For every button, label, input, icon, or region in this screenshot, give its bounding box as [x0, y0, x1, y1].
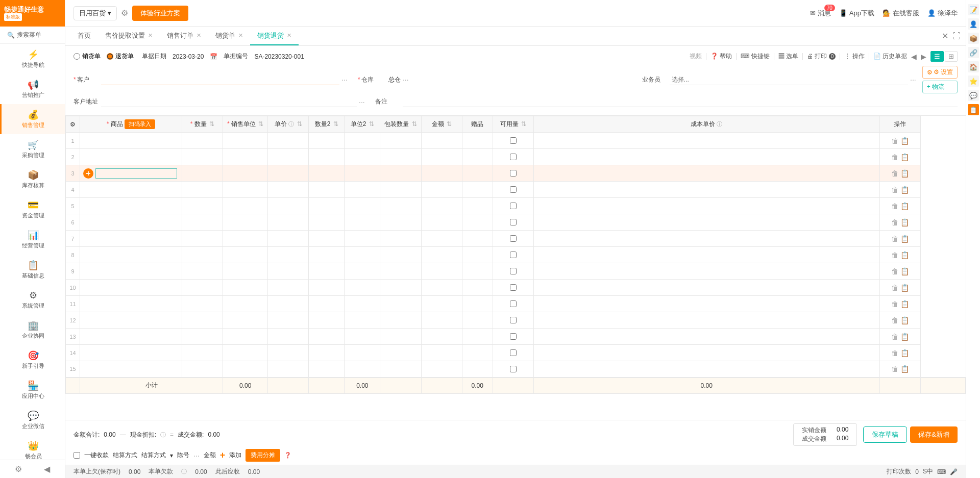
save-draft-btn[interactable]: 保存草稿 [863, 426, 907, 443]
rs-icon-4[interactable]: 🔗 [968, 47, 979, 58]
message-btn[interactable]: ✉ 消息 70 [810, 9, 831, 18]
delete-row-btn[interactable]: 🗑 [890, 364, 899, 374]
cost-price-info-icon[interactable]: ⓘ [717, 121, 722, 127]
gift-checkbox[interactable] [510, 251, 517, 258]
gift-checkbox[interactable] [510, 284, 517, 291]
calendar-icon[interactable]: 📅 [210, 53, 217, 60]
delete-row-btn[interactable]: 🗑 [890, 348, 899, 358]
copy-row-btn[interactable]: 📋 [899, 315, 910, 325]
app-download-btn[interactable]: 📱 App下载 [839, 9, 874, 18]
copy-row-btn[interactable]: 📋 [899, 332, 910, 342]
row-cell-10[interactable]: 🗑📋 [879, 133, 920, 149]
row-product[interactable] [80, 296, 182, 312]
address-input[interactable] [101, 96, 357, 107]
gift-checkbox[interactable] [510, 333, 517, 340]
settings-btn[interactable]: ⚙ ⚙ 设置 [922, 66, 958, 79]
sidebar-item-purchase[interactable]: 🛒 采购管理 [0, 134, 65, 164]
fee-split-btn[interactable]: 费用分摊 [246, 449, 280, 462]
rs-icon-1[interactable]: 📝 [968, 4, 979, 15]
rs-icon-7[interactable]: 💬 [968, 90, 979, 101]
row-product[interactable] [80, 198, 182, 214]
row-cell-10[interactable]: 🗑📋 [879, 361, 920, 378]
row-cell-10[interactable]: 🗑📋 [879, 296, 920, 312]
row-product[interactable] [80, 280, 182, 296]
gift-checkbox[interactable] [510, 366, 517, 372]
delete-row-btn[interactable]: 🗑 [890, 299, 899, 309]
unit-price-info-icon[interactable]: ⓘ [288, 121, 294, 127]
sidebar-item-basic[interactable]: 📋 基础信息 [0, 255, 65, 285]
tab-sale-price[interactable]: 售价提取设置 ✕ [98, 27, 160, 45]
collect-picker-icon[interactable]: ··· [193, 451, 200, 460]
one-click-checkbox[interactable] [74, 452, 80, 459]
copy-row-btn[interactable]: 📋 [899, 234, 910, 244]
sidebar-item-enterprise[interactable]: 🏢 企业协同 [0, 315, 65, 345]
delete-row-btn[interactable]: 🗑 [890, 266, 899, 276]
row-product[interactable] [80, 247, 182, 263]
unit2-sort-icon[interactable]: ⇅ [369, 120, 374, 128]
online-service-btn[interactable]: 💁 在线客服 [883, 9, 919, 18]
unitprice-sort-icon[interactable]: ⇅ [297, 120, 302, 128]
copy-row-btn[interactable]: 📋 [899, 299, 910, 309]
prev-record-icon[interactable]: ◀ [911, 53, 917, 61]
sidebar-item-system[interactable]: ⚙ 系统管理 [0, 285, 65, 315]
copy-row-btn[interactable]: 📋 [899, 283, 910, 293]
row-product[interactable] [80, 312, 182, 329]
sidebar-item-sales[interactable]: 💰 销售管理 [0, 104, 65, 134]
delete-row-btn[interactable]: 🗑 [890, 136, 899, 146]
maximize-tab-icon[interactable]: ⛶ [952, 32, 961, 41]
experience-btn[interactable]: 体验行业方案 [132, 6, 188, 21]
print-btn[interactable]: 🖨 打印 0 [807, 52, 836, 61]
row-product[interactable] [80, 329, 182, 345]
tab-close-sale-return[interactable]: ✕ [287, 32, 291, 39]
row-cell-10[interactable]: 🗑📋 [879, 149, 920, 165]
tab-home[interactable]: 首页 [70, 27, 98, 45]
scan-input-btn[interactable]: 扫码录入 [125, 119, 155, 129]
rs-icon-2[interactable]: 👤 [968, 18, 979, 30]
packqty-sort-icon[interactable]: ⇅ [412, 120, 417, 128]
save-new-btn[interactable]: 保存&新增 [910, 426, 958, 443]
gift-checkbox[interactable] [510, 349, 517, 356]
table-gear-icon[interactable]: ⚙ [70, 121, 76, 128]
row-cell-10[interactable]: 🗑📋 [879, 345, 920, 361]
card-view-btn[interactable]: ⊞ [945, 51, 958, 62]
sidebar-item-member[interactable]: 👑 畅会员 [0, 435, 65, 460]
gift-checkbox[interactable] [510, 300, 517, 307]
qty2-sort-icon[interactable]: ⇅ [333, 120, 338, 128]
copy-row-btn[interactable]: 📋 [899, 136, 910, 146]
fee-info-icon[interactable]: ❓ [284, 452, 291, 459]
sidebar-item-marketing[interactable]: 📢 营销推广 [0, 74, 65, 104]
gift-checkbox[interactable] [510, 186, 517, 193]
industry-select[interactable]: 日用百货 ▾ [74, 6, 117, 20]
user-menu-btn[interactable]: 👤 徐泽华 [927, 9, 958, 18]
settings-gear-icon[interactable]: ⚙ [15, 464, 22, 474]
row-cell-10[interactable]: 🗑📋 [879, 263, 920, 280]
row-cell-10[interactable]: 🗑📋 [879, 198, 920, 214]
sidebar-item-operations[interactable]: 📊 经营管理 [0, 224, 65, 255]
tab-close-sale-order[interactable]: ✕ [197, 32, 201, 39]
row-product[interactable] [80, 345, 182, 361]
topbar-gear-icon[interactable]: ⚙ [121, 8, 128, 18]
copy-row-btn[interactable]: 📋 [899, 266, 910, 276]
available-sort-icon[interactable]: ⇅ [521, 120, 526, 128]
product-input[interactable] [95, 168, 177, 179]
customer-input[interactable] [101, 74, 339, 85]
sidebar-item-finance[interactable]: 💳 资金管理 [0, 194, 65, 224]
sidebar-item-inventory[interactable]: 📦 库存核算 [0, 164, 65, 194]
row-product[interactable] [80, 182, 182, 198]
rs-icon-3[interactable]: 📦 [968, 33, 979, 44]
row-product[interactable] [80, 263, 182, 280]
logistics-btn[interactable]: + 物流 [922, 81, 958, 93]
row-product[interactable] [80, 149, 182, 165]
history-btn[interactable]: 📄 历史单据 [873, 52, 907, 61]
sidebar-item-shortcut[interactable]: ⚡ 快捷导航 [0, 44, 65, 74]
discount-info-icon[interactable]: ⓘ [160, 431, 166, 439]
row-cell-10[interactable]: 🗑📋 [879, 247, 920, 263]
add-payment-btn[interactable]: + [220, 450, 226, 461]
row-product[interactable]: + [80, 165, 182, 182]
row-cell-10[interactable]: 🗑📋 [879, 214, 920, 231]
row-product[interactable] [80, 361, 182, 378]
next-record-icon[interactable]: ▶ [921, 53, 926, 61]
row-product[interactable] [80, 214, 182, 231]
delete-row-btn[interactable]: 🗑 [890, 250, 899, 260]
address-picker-icon[interactable]: ··· [359, 98, 365, 106]
